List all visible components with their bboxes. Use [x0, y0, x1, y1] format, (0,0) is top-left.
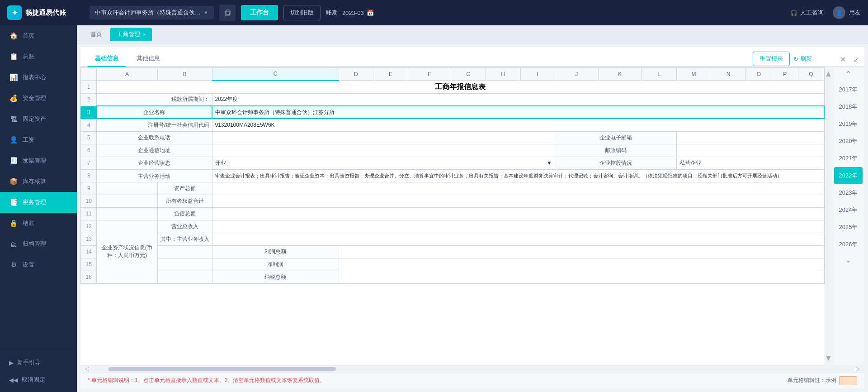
- sidebar-item-unpin[interactable]: ◀◀ 取消固定: [0, 371, 77, 388]
- user-area[interactable]: 👤 用友: [833, 6, 861, 19]
- cell-right-value-5[interactable]: [676, 131, 824, 144]
- sidebar-item-reports[interactable]: 📊 报表中心: [0, 67, 77, 88]
- cell-empty-a-14: [157, 245, 212, 258]
- cell-value-9[interactable]: [212, 182, 824, 195]
- cell-label-10: 所有者权益合计: [157, 195, 212, 207]
- cell-right-value-7[interactable]: 私营企业: [676, 157, 824, 169]
- year-item-2020年[interactable]: 2020年: [832, 133, 864, 150]
- row-num-7: 7: [81, 157, 97, 169]
- tab-home[interactable]: 首页: [84, 28, 108, 41]
- year-item-2024年[interactable]: 2024年: [832, 201, 864, 219]
- assets-icon: 🏗: [9, 115, 18, 123]
- invoices-icon: 🧾: [9, 157, 18, 165]
- reset-report-button[interactable]: 重置报表: [753, 52, 790, 66]
- sidebar-label-home: 首页: [23, 32, 34, 40]
- cell-value-16[interactable]: [339, 271, 824, 283]
- year-item-2018年[interactable]: 2018年: [832, 98, 864, 115]
- col-o: O: [745, 68, 772, 81]
- cell-label-14: 利润总额: [212, 245, 339, 258]
- cell-group-label-12: 企业资产状况信息(币种：人民币万元): [97, 220, 157, 283]
- year-prev-btn[interactable]: ⌃: [832, 67, 864, 81]
- sidebar-item-archive[interactable]: 🗂 归档管理: [0, 234, 77, 254]
- tab-basic-info[interactable]: 基础信息: [88, 51, 126, 67]
- horizontal-scroll[interactable]: ◁ ▷: [80, 365, 864, 372]
- expand-window-button[interactable]: ⤢: [851, 54, 861, 65]
- year-panel: ⌃ 2017年2018年2019年2020年2021年2022年2023年202…: [832, 67, 864, 365]
- unpin-label: 取消固定: [22, 376, 45, 384]
- cell-label-5: 企业联系电话: [97, 131, 212, 144]
- close-window-button[interactable]: ✕: [838, 54, 848, 65]
- sidebar-item-funds[interactable]: 💰 资金管理: [0, 88, 77, 109]
- col-l: L: [642, 68, 676, 81]
- copy-button[interactable]: [219, 5, 236, 21]
- reports-icon: 📊: [9, 73, 18, 81]
- year-item-2026年[interactable]: 2026年: [832, 236, 864, 253]
- cell-left-value-5[interactable]: [212, 131, 555, 144]
- sidebar-item-invoices[interactable]: 🧾 发票管理: [0, 150, 77, 171]
- cell-right-label-7: 企业控股情况: [555, 157, 676, 169]
- tab-close-icon[interactable]: ×: [143, 32, 146, 37]
- sidebar-item-ledger[interactable]: 📋 总账: [0, 46, 77, 67]
- cell-value-3[interactable]: 中审众环会计师事务所（特殊普通合伙）江苏分所: [212, 106, 824, 119]
- tab-other-info[interactable]: 其他信息: [129, 51, 167, 67]
- row-num-4: 4: [81, 119, 97, 131]
- col-g: G: [451, 68, 486, 81]
- sidebar-item-closing[interactable]: 🔒 结账: [0, 213, 77, 234]
- sidebar-label-tax: 税务管理: [23, 198, 46, 206]
- row-num-16: 16: [81, 271, 97, 283]
- cell-right-value-6[interactable]: [676, 144, 824, 157]
- table-row-14: 14利润总额: [81, 245, 825, 258]
- tab-business[interactable]: 工商管理 ×: [110, 28, 152, 41]
- h-scrollbar-thumb[interactable]: [108, 367, 336, 371]
- cell-value-15[interactable]: [339, 258, 824, 271]
- sidebar-label-invoices: 发票管理: [23, 157, 46, 165]
- year-next-btn[interactable]: ⌄: [832, 253, 864, 267]
- cell-value-10[interactable]: [212, 195, 824, 207]
- vertical-scrollbar[interactable]: ▲ ▼: [825, 67, 832, 365]
- business-tab-label: 工商管理: [117, 30, 140, 38]
- cell-value-4[interactable]: 91320100MA208E5W6K: [212, 119, 824, 131]
- page-content: ✕ ⤢ 基础信息 其他信息 重置报表 ↻ 刷新: [80, 47, 864, 388]
- calendar-icon[interactable]: 📅: [367, 10, 374, 16]
- sidebar-label-reports: 报表中心: [23, 73, 46, 81]
- col-e: E: [373, 68, 408, 81]
- cell-dropdown-value-7[interactable]: 开业▼: [212, 157, 555, 169]
- year-item-2017年[interactable]: 2017年: [832, 81, 864, 98]
- year-item-2023年[interactable]: 2023年: [832, 184, 864, 201]
- row-num-11: 11: [81, 207, 97, 220]
- sidebar-item-new-guide[interactable]: ▶ 新手引导: [0, 354, 77, 371]
- sidebar-item-home[interactable]: 🏠 首页: [0, 25, 77, 46]
- cell-left-value-6[interactable]: [212, 144, 555, 157]
- cell-label-9: 资产总额: [157, 182, 212, 195]
- cell-value-2[interactable]: 2022年度: [212, 93, 824, 106]
- table-row-6: 6企业通信地址邮政编码: [81, 144, 825, 157]
- spreadsheet-main[interactable]: A B C D E F G H I J K L: [80, 67, 825, 365]
- col-p: P: [772, 68, 798, 81]
- cell-value-12[interactable]: [212, 220, 824, 233]
- year-item-2019年[interactable]: 2019年: [832, 115, 864, 133]
- scroll-left-btn[interactable]: ◁: [82, 365, 91, 372]
- service-button[interactable]: 🎧 人工咨询: [790, 9, 824, 17]
- cell-value-11[interactable]: [212, 207, 824, 220]
- cell-value-14[interactable]: [339, 245, 824, 258]
- cell-value-13[interactable]: [212, 233, 824, 245]
- table-row-1: 1工商年报信息表: [81, 81, 825, 94]
- workbench-button[interactable]: 工作台: [241, 5, 278, 20]
- sidebar-item-settings[interactable]: ⚙ 设置: [0, 254, 77, 275]
- company-selector[interactable]: 中审众环会计师事务所（特殊普通合伙… ▼: [90, 6, 214, 19]
- scroll-right-btn[interactable]: ▷: [854, 365, 863, 372]
- cell-multiline-value-8[interactable]: 审查企业会计报表；出具审计报告；验证企业资本；出具验资报告；办理企业合并、分立、…: [212, 169, 824, 182]
- refresh-button[interactable]: ↻ 刷新: [793, 55, 812, 63]
- status-example: 单元格编辑过：示例: [788, 376, 857, 385]
- sidebar-item-inventory[interactable]: 📦 库存核算: [0, 171, 77, 192]
- table-row-9: 9资产总额: [81, 182, 825, 195]
- switch-version-button[interactable]: 切到旧版: [283, 5, 321, 20]
- year-item-2022年[interactable]: 2022年: [834, 167, 863, 184]
- sidebar-item-payroll[interactable]: 👤 工资: [0, 129, 77, 150]
- sidebar-label-funds: 资金管理: [23, 94, 46, 102]
- content-header-area: 基础信息 其他信息 重置报表 ↻ 刷新: [80, 47, 864, 67]
- year-item-2025年[interactable]: 2025年: [832, 219, 864, 236]
- sidebar-item-assets[interactable]: 🏗 固定资产: [0, 109, 77, 129]
- sidebar-item-tax[interactable]: 📑 税务管理: [0, 192, 77, 213]
- year-item-2021年[interactable]: 2021年: [832, 150, 864, 167]
